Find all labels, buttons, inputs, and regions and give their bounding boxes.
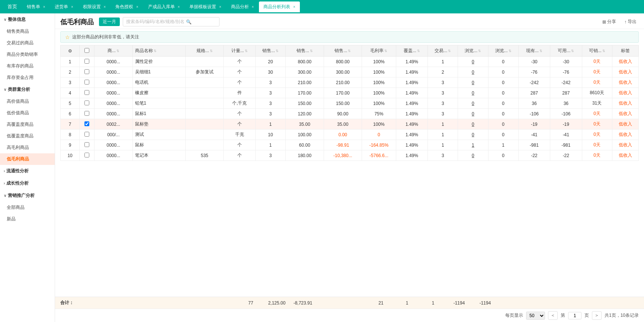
cell-name-0[interactable]: 属性定价 [132,57,185,67]
cell-view1-6[interactable]: 0 [458,119,488,130]
export-button[interactable]: ↑ 导出 [622,17,639,26]
nav-analysis-list[interactable]: 商品分析列表 × [259,1,299,12]
nav-sales[interactable]: 销售单 × [22,1,49,12]
cell-view1-8[interactable]: 1 [458,140,488,150]
cell-name-6[interactable]: 鼠标垫 [132,119,185,130]
view1-link-6[interactable]: 0 [472,122,474,127]
th-margin[interactable]: 毛利率⇅ [362,45,396,57]
th-unit[interactable]: 计量...⇅ [224,45,255,57]
nav-sales-close[interactable]: × [43,5,45,9]
th-checkbox[interactable] [80,45,94,57]
view1-link-2[interactable]: 0 [472,80,474,85]
th-spec[interactable]: 规格...⇅ [185,45,224,57]
cell-view1-0[interactable]: 0 [458,57,488,67]
sidebar-item-low-value[interactable]: 低价值商品 [0,107,55,119]
row-checkbox-8[interactable] [84,142,89,147]
th-settings[interactable]: ⚙ [61,45,80,57]
th-available[interactable]: 可用...⇅ [550,45,582,57]
sidebar-group-overall[interactable]: ∨ 整体信息 [0,13,55,26]
th-sales-amt[interactable]: 销售...⇅ [286,45,324,57]
sidebar-item-high-coverage[interactable]: 高覆盖度商品 [0,119,55,130]
date-filter-button[interactable]: 近一月 [99,17,120,26]
sidebar-item-stocked-goods[interactable]: 有库存的商品 [0,60,55,72]
cell-check-5[interactable] [80,109,94,119]
cell-name-9[interactable]: 笔记本 [132,150,185,161]
nav-template-close[interactable]: × [219,5,221,9]
row-checkbox-3[interactable] [84,90,89,95]
nav-product-analysis[interactable]: 商品分析 × [227,1,258,12]
cell-check-4[interactable] [80,98,94,109]
view1-link-5[interactable]: 0 [472,111,474,117]
th-coverage[interactable]: 覆盖...⇅ [396,45,427,57]
cell-name-1[interactable]: 吴细细1 [132,67,185,77]
sidebar-group-growth[interactable]: › 成长性分析 [0,177,55,189]
cell-view1-7[interactable]: 0 [458,130,488,140]
row-checkbox-9[interactable] [84,153,89,157]
nav-permissions[interactable]: 权限设置 × [79,1,110,12]
cell-name-8[interactable]: 鼠标 [132,140,185,150]
sidebar-item-sales-goods[interactable]: 销售类商品 [0,26,55,37]
cell-name-3[interactable]: 橡皮擦 [132,88,185,98]
nav-home[interactable]: 首页 [3,1,22,12]
row-checkbox-2[interactable] [84,80,89,85]
th-tag[interactable]: 标签 [612,45,638,57]
cell-view1-5[interactable]: 0 [458,109,488,119]
nav-permissions-close[interactable]: × [104,5,106,9]
cell-check-7[interactable] [80,130,94,140]
cell-view1-4[interactable]: 0 [458,98,488,109]
search-icon[interactable]: 🔍 [186,19,192,25]
select-all-checkbox[interactable] [84,48,89,53]
row-checkbox-7[interactable] [84,132,89,137]
row-checkbox-6[interactable] [84,121,89,126]
cell-check-1[interactable] [80,67,94,77]
row-checkbox-5[interactable] [84,111,89,116]
cell-name-4[interactable]: 铅笔1 [132,98,185,109]
th-current-stock[interactable]: 现有...⇅ [518,45,550,57]
th-view1[interactable]: 浏览...⇅ [458,45,488,57]
view1-link-9[interactable]: 0 [472,153,474,158]
row-checkbox-4[interactable] [84,101,89,105]
row-checkbox-1[interactable] [84,69,89,74]
cell-view1-1[interactable]: 0 [458,67,488,77]
row-checkbox-0[interactable] [84,59,89,64]
nav-roles[interactable]: 角色授权 × [111,1,142,12]
view1-link-4[interactable]: 0 [472,101,474,106]
view1-link-8[interactable]: 1 [472,143,474,148]
sidebar-item-category-rate[interactable]: 商品分类助销率 [0,49,55,60]
cell-view1-9[interactable]: 0 [458,150,488,161]
nav-roles-close[interactable]: × [136,5,138,9]
th-sales-profit[interactable]: 销售...⇅ [324,45,362,57]
nav-product-entry-close[interactable]: × [178,5,180,9]
view1-link-7[interactable]: 0 [472,132,474,137]
cell-check-2[interactable] [80,77,94,88]
cell-view1-2[interactable]: 0 [458,77,488,88]
nav-product-entry[interactable]: 产成品入库单 × [144,1,184,12]
view1-link-3[interactable]: 0 [472,90,474,96]
sidebar-group-cluster[interactable]: ∨ 类群童分析 [0,83,55,96]
cell-name-7[interactable]: 测试 [132,130,185,140]
nav-analysis-close[interactable]: × [251,5,254,9]
nav-template[interactable]: 单据模板设置 × [185,1,225,12]
th-name[interactable]: 商品名称⇅ [132,45,185,57]
cell-name-2[interactable]: 电话机 [132,77,185,88]
th-tx-count[interactable]: 交易...⇅ [428,45,458,57]
search-box[interactable]: 搜索条码/编码/名称/规格/别名 🔍 [123,17,220,26]
view1-link-0[interactable]: 0 [472,59,474,64]
current-page-input[interactable] [568,312,581,319]
page-size-select[interactable]: 50 100 200 [526,312,545,320]
cell-check-6[interactable] [80,119,94,130]
next-page-button[interactable]: ＞ [592,311,602,320]
cell-view1-3[interactable]: 0 [458,88,488,98]
sidebar-item-high-margin[interactable]: 高毛利商品 [0,142,55,153]
cell-check-3[interactable] [80,88,94,98]
cell-check-0[interactable] [80,57,94,67]
nav-purchase-close[interactable]: × [71,5,73,9]
cell-check-9[interactable] [80,150,94,161]
sidebar-item-high-value[interactable]: 高价值商品 [0,96,55,107]
sidebar-item-new-goods[interactable]: 新品 [0,213,55,225]
cell-check-8[interactable] [80,140,94,150]
cell-name-5[interactable]: 鼠标1 [132,109,185,119]
sidebar-group-flow[interactable]: › 流通性分析 [0,165,55,177]
sidebar-group-marketing[interactable]: ∨ 营销推广分析 [0,189,55,202]
view1-link-1[interactable]: 0 [472,70,474,75]
